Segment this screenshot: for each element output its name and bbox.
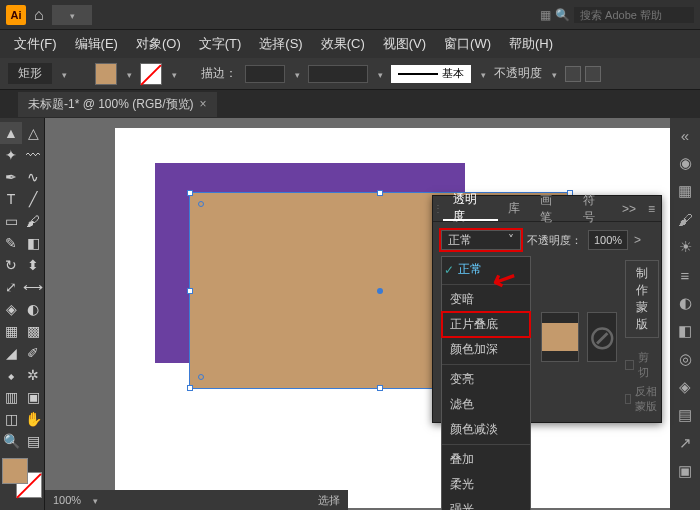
dock-expand-icon[interactable]: « <box>676 126 694 144</box>
center-point-icon[interactable] <box>377 288 383 294</box>
resize-handle[interactable] <box>187 288 193 294</box>
transparency-panel-icon[interactable]: ◧ <box>676 322 694 340</box>
reflect-tool-icon[interactable]: ⬍ <box>22 254 44 276</box>
opacity-stepper-icon[interactable]: > <box>634 233 641 247</box>
blend-option-colorburn[interactable]: 颜色加深 <box>442 337 530 362</box>
zoom-tool-icon[interactable]: 🔍 <box>0 430 22 452</box>
blend-option-lighten[interactable]: 变亮 <box>442 367 530 392</box>
magic-wand-tool-icon[interactable]: ✦ <box>0 144 22 166</box>
blend-option-overlay[interactable]: 叠加 <box>442 447 530 472</box>
rotate-tool-icon[interactable]: ↻ <box>0 254 22 276</box>
opacity-caret-icon[interactable] <box>550 67 557 81</box>
transparency-panel[interactable]: ⋮ 透明度 库 画笔 符号 >> ≡ 正常 ˅ 不透明度： 100% > ↙ 正… <box>432 195 662 423</box>
blend-option-multiply[interactable]: 正片叠底 <box>442 312 530 337</box>
stroke-profile[interactable]: 基本 <box>391 65 471 83</box>
align-icon[interactable] <box>585 66 601 82</box>
swatches-panel-icon[interactable]: ▦ <box>676 182 694 200</box>
eyedropper-tool-icon[interactable]: ✐ <box>22 342 44 364</box>
resize-handle[interactable] <box>187 385 193 391</box>
layers-panel-icon[interactable]: ▤ <box>676 406 694 424</box>
line-tool-icon[interactable]: ╱ <box>22 188 44 210</box>
selection-tool-icon[interactable]: ▲ <box>0 122 22 144</box>
profile-caret-icon[interactable] <box>479 67 486 81</box>
slice-tool-icon[interactable]: ◫ <box>0 408 22 430</box>
blend-tool-icon[interactable]: ⬥ <box>0 364 22 386</box>
tab-transparency[interactable]: 透明度 <box>443 196 498 221</box>
perspective-tool-icon[interactable]: ▦ <box>0 320 22 342</box>
artboards-panel-icon[interactable]: ▣ <box>676 462 694 480</box>
pen-tool-icon[interactable]: ✒ <box>0 166 22 188</box>
fill-swatch[interactable] <box>95 63 117 85</box>
shape-builder-tool-icon[interactable]: ◐ <box>22 298 44 320</box>
blend-mode-menu[interactable]: 正常 变暗 正片叠底 颜色加深 变亮 滤色 颜色减淡 叠加 柔光 强光 差值 <box>441 256 531 510</box>
resize-handle[interactable] <box>377 385 383 391</box>
stroke-panel-icon[interactable]: ≡ <box>676 266 694 284</box>
appearance-panel-icon[interactable]: ◎ <box>676 350 694 368</box>
tab-library[interactable]: 库 <box>498 196 530 221</box>
brushes-panel-icon[interactable]: 🖌 <box>676 210 694 228</box>
stroke-swatch[interactable] <box>140 63 162 85</box>
home-icon[interactable]: ⌂ <box>34 6 44 24</box>
blend-option-colordodge[interactable]: 颜色减淡 <box>442 417 530 442</box>
resize-handle[interactable] <box>377 190 383 196</box>
symbol-sprayer-tool-icon[interactable]: ✲ <box>22 364 44 386</box>
color-panel-icon[interactable]: ◉ <box>676 154 694 172</box>
search-icon[interactable]: 🔍 <box>555 8 570 22</box>
corner-widget-icon[interactable] <box>198 374 204 380</box>
tab-symbols[interactable]: 符号 <box>573 196 616 221</box>
scale-tool-icon[interactable]: ⤢ <box>0 276 22 298</box>
direct-selection-tool-icon[interactable]: △ <box>22 122 44 144</box>
column-graph-tool-icon[interactable]: ▥ <box>0 386 22 408</box>
blend-mode-dropdown[interactable]: 正常 ˅ <box>441 230 521 250</box>
gradient-tool-icon[interactable]: ◢ <box>0 342 22 364</box>
eraser-tool-icon[interactable]: ◧ <box>22 232 44 254</box>
document-tab[interactable]: 未标题-1* @ 100% (RGB/预览) × <box>18 92 217 117</box>
search-input[interactable] <box>574 7 694 23</box>
menu-view[interactable]: 视图(V) <box>375 31 434 57</box>
graphic-styles-panel-icon[interactable]: ◈ <box>676 378 694 396</box>
menu-effect[interactable]: 效果(C) <box>313 31 373 57</box>
opacity-input[interactable]: 100% <box>588 230 628 250</box>
stroke-weight-input[interactable] <box>245 65 285 83</box>
lasso-tool-icon[interactable]: 〰 <box>22 144 44 166</box>
asset-export-panel-icon[interactable]: ↗ <box>676 434 694 452</box>
blend-option-screen[interactable]: 滤色 <box>442 392 530 417</box>
free-transform-tool-icon[interactable]: ◈ <box>0 298 22 320</box>
blend-option-darken[interactable]: 变暗 <box>442 287 530 312</box>
menu-window[interactable]: 窗口(W) <box>436 31 499 57</box>
clip-checkbox[interactable]: 剪切 <box>625 350 659 380</box>
corner-widget-icon[interactable] <box>198 201 204 207</box>
artboard-tool-icon[interactable]: ▣ <box>22 386 44 408</box>
layout-icon[interactable]: ▦ <box>540 8 551 22</box>
menu-help[interactable]: 帮助(H) <box>501 31 561 57</box>
stroke-dropdown-icon[interactable] <box>170 67 177 81</box>
shape-dropdown-icon[interactable] <box>60 67 67 81</box>
tab-brushes[interactable]: 画笔 <box>530 196 573 221</box>
stroke-style-preview[interactable] <box>308 65 368 83</box>
fill-color-icon[interactable] <box>2 458 28 484</box>
print-tiling-tool-icon[interactable]: ▤ <box>22 430 44 452</box>
panel-grip-icon[interactable]: ⋮ <box>433 203 443 214</box>
zoom-caret-icon[interactable] <box>91 494 98 506</box>
menu-type[interactable]: 文字(T) <box>191 31 250 57</box>
stroke-style-caret-icon[interactable] <box>376 67 383 81</box>
mask-thumbnail[interactable]: ⊘ <box>587 312 617 362</box>
blend-option-softlight[interactable]: 柔光 <box>442 472 530 497</box>
menu-file[interactable]: 文件(F) <box>6 31 65 57</box>
close-tab-icon[interactable]: × <box>200 97 207 111</box>
paintbrush-tool-icon[interactable]: 🖌 <box>22 210 44 232</box>
rectangle-tool-icon[interactable]: ▭ <box>0 210 22 232</box>
align-icon[interactable] <box>565 66 581 82</box>
invert-mask-checkbox[interactable]: 反相蒙版 <box>625 384 659 414</box>
symbols-panel-icon[interactable]: ☀ <box>676 238 694 256</box>
zoom-level[interactable]: 100% <box>53 494 81 506</box>
panel-menu-icon[interactable]: ≡ <box>642 202 661 216</box>
width-tool-icon[interactable]: ⟷ <box>22 276 44 298</box>
curvature-tool-icon[interactable]: ∿ <box>22 166 44 188</box>
fill-dropdown-icon[interactable] <box>125 67 132 81</box>
menu-object[interactable]: 对象(O) <box>128 31 189 57</box>
resize-handle[interactable] <box>187 190 193 196</box>
panel-overflow-icon[interactable]: >> <box>616 202 642 216</box>
hand-tool-icon[interactable]: ✋ <box>22 408 44 430</box>
gradient-panel-icon[interactable]: ◐ <box>676 294 694 312</box>
